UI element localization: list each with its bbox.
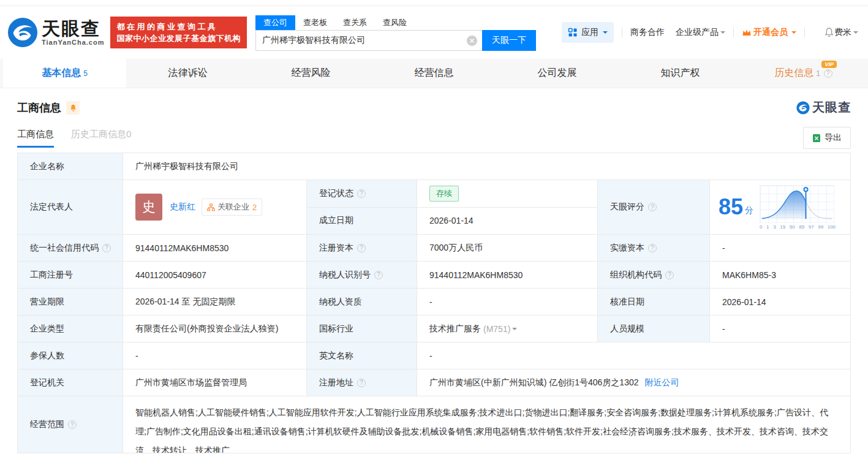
credit-code-value: 91440112MAK6HM8530 — [123, 235, 307, 261]
help-icon[interactable]: ? — [648, 244, 657, 252]
chevron-down-icon — [791, 31, 796, 36]
field-label: 登记机关 — [18, 369, 123, 396]
help-icon[interactable]: ? — [374, 271, 383, 279]
approval-date-value: 2026-01-14 — [710, 289, 850, 315]
help-icon[interactable]: ? — [665, 271, 674, 279]
slogan-line2: 国家中小企业发展子基金旗下机构 — [116, 32, 241, 44]
tab-legal-proceedings[interactable]: 法律诉讼 — [126, 59, 249, 88]
avatar[interactable]: 史 — [135, 194, 162, 221]
tab-history-info[interactable]: VIP 历史信息 1 ? — [742, 59, 865, 88]
business-scope-value: 智能机器人销售;人工智能硬件销售;人工智能应用软件开发;人工智能行业应用系统集成… — [123, 396, 850, 453]
tab-intellectual-property[interactable]: 知识产权 — [619, 59, 742, 88]
search-tab-relation[interactable]: 查关系 — [335, 15, 375, 30]
top-strip — [0, 0, 868, 6]
user-account-menu[interactable]: 费米 — [834, 27, 858, 38]
tianyan-score-cell[interactable]: 85 分 — [710, 180, 850, 234]
score-unit: 分 — [745, 205, 753, 216]
help-icon[interactable]: ? — [68, 420, 77, 429]
brand-slogan: 都在用的商业查询工具 国家中小企业发展子基金旗下机构 — [110, 17, 247, 48]
export-button[interactable]: 导出 — [803, 127, 851, 149]
search-tabs: 查公司 查老板 查关系 查风险 — [255, 15, 536, 30]
field-label: 英文名称 — [307, 342, 417, 369]
related-companies-badge[interactable]: 关联企业 2 — [202, 198, 262, 216]
brand-name: 天眼查 — [42, 19, 104, 39]
help-icon[interactable]: ? — [102, 244, 111, 252]
business-term-value: 2026-01-14 至 无固定期限 — [123, 289, 307, 315]
search-input[interactable] — [256, 31, 482, 50]
search-tab-company[interactable]: 查公司 — [255, 15, 295, 30]
help-icon[interactable]: ? — [357, 244, 366, 252]
field-label: 成立日期 — [307, 208, 417, 235]
org-code-value: MAK6HM85-3 — [710, 262, 850, 288]
address-value: 广州市黄埔区(中新广州知识城) 亿创街1号406房之1302 — [429, 377, 639, 388]
legal-rep-link[interactable]: 史新红 — [170, 202, 195, 213]
bell-curve-chart — [760, 185, 834, 223]
chevron-down-icon — [720, 31, 725, 36]
bell-icon — [69, 104, 77, 112]
tab-operation-risk[interactable]: 经营风险 — [249, 59, 372, 88]
field-label: 纳税人资质 — [307, 289, 417, 315]
table-row: 工商注册号 440112005409607 纳税人识别号 ? 91440112M… — [18, 262, 850, 289]
search-tab-boss[interactable]: 查老板 — [295, 15, 335, 30]
business-info-section: 工商信息 天眼查 工商信息 历史工商信息0 — [0, 88, 868, 453]
registry-value: 广州市黄埔区市场监督管理局 — [123, 369, 307, 396]
industry-value[interactable]: 技术推广服务 (M751) — [417, 316, 598, 342]
tianyancha-logo-icon — [7, 17, 38, 48]
clear-search-icon[interactable] — [467, 36, 477, 46]
nearby-companies-link[interactable]: 附近公司 — [645, 377, 679, 388]
chevron-down-icon — [853, 31, 858, 36]
search-tab-risk[interactable]: 查风险 — [375, 15, 415, 30]
field-label: 注册资本 ? — [307, 235, 417, 261]
crown-icon — [742, 28, 752, 37]
header-nav: 应用 商务合作 企业级产品 开通会员 — [562, 22, 858, 43]
field-label: 人员规模 — [598, 316, 710, 342]
tab-count: 1 — [816, 69, 820, 78]
slogan-line1: 都在用的商业查询工具 — [116, 21, 241, 32]
insured-value: - — [123, 342, 307, 369]
business-cooperation-link[interactable]: 商务合作 — [630, 27, 665, 38]
field-label: 实缴资本 ? — [598, 235, 710, 261]
table-row: 企业名称 广州稀宇极智科技有限公司 — [18, 153, 850, 180]
search-submit-button[interactable]: 天眼一下 — [482, 30, 536, 51]
monitor-bell-button[interactable] — [66, 101, 80, 115]
excel-file-icon — [812, 134, 821, 143]
field-label: 纳税人识别号 ? — [307, 262, 417, 288]
tab-basic-info[interactable]: 基本信息 5 — [3, 59, 126, 88]
help-icon[interactable]: ? — [357, 189, 366, 198]
vip-badge: VIP — [821, 61, 837, 68]
table-row: 登记机关 广州市黄埔区市场监督管理局 注册地址 ? 广州市黄埔区(中新广州知识城… — [18, 369, 850, 396]
field-label: 核准日期 — [598, 289, 710, 315]
tab-operation-info[interactable]: 经营信息 — [372, 59, 496, 88]
chevron-down-icon — [603, 31, 608, 36]
org-chart-icon — [207, 203, 215, 211]
status-badge: 存续 — [429, 186, 459, 202]
apps-grid-icon — [568, 28, 578, 37]
notification-bell-button[interactable] — [824, 27, 834, 38]
page: 天眼查 TianYanCha.com 都在用的商业查询工具 国家中小企业发展子基… — [0, 0, 868, 453]
tianyancha-logo-icon — [796, 101, 810, 115]
company-type-value: 有限责任公司(外商投资企业法人独资) — [123, 316, 307, 342]
company-tab-bar: 基本信息 5 法律诉讼 经营风险 经营信息 公司发展 知识产权 VIP 历史信息… — [0, 59, 868, 88]
tab-company-development[interactable]: 公司发展 — [496, 59, 619, 88]
help-icon[interactable]: ? — [648, 203, 657, 211]
english-name-value: - — [417, 342, 850, 369]
legal-rep-cell: 史 史新红 关联企业 2 — [123, 180, 307, 234]
subtab-history-business-info[interactable]: 历史工商信息0 — [71, 129, 131, 148]
vip-upgrade-menu[interactable]: 开通会员 — [742, 27, 796, 38]
table-row: 营业期限 2026-01-14 至 无固定期限 纳税人资质 - 核准日期 202… — [18, 289, 850, 316]
brand-domain: TianYanCha.com — [42, 39, 104, 46]
subtab-business-info[interactable]: 工商信息 — [17, 129, 54, 148]
apps-menu-button[interactable]: 应用 — [562, 22, 614, 43]
enterprise-products-menu[interactable]: 企业级产品 — [676, 27, 725, 38]
field-label: 企业类型 — [18, 316, 123, 342]
chart-axis-ticks: 0 1 3 15 50 85 97 99 100 — [760, 224, 836, 230]
help-icon[interactable]: ? — [357, 379, 366, 387]
establish-date-value: 2026-01-14 — [417, 208, 597, 235]
table-row: 法定代表人 史 史新红 关联企业 2 — [18, 180, 850, 235]
brand-logo[interactable]: 天眼查 TianYanCha.com — [7, 17, 104, 48]
help-icon[interactable]: ? — [824, 69, 832, 78]
reg-capital-value: 7000万人民币 — [417, 235, 598, 261]
taxpayer-id-value: 91440112MAK6HM8530 — [417, 262, 598, 288]
score-value: 85 — [719, 196, 743, 218]
table-row: 参保人数 - 英文名称 - — [18, 342, 850, 369]
